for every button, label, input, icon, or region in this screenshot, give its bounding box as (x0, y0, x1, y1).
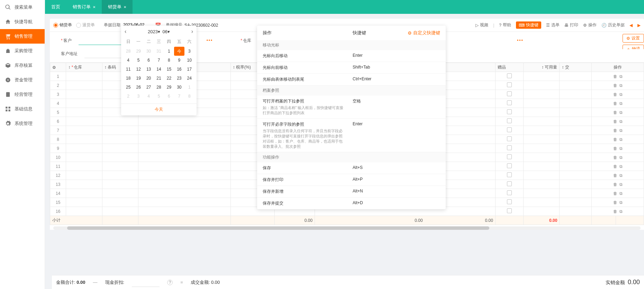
cal-day[interactable]: 20 (144, 74, 154, 83)
col-delivery[interactable]: ↕ 交 (560, 63, 592, 72)
cal-day[interactable]: 10 (184, 56, 194, 65)
cal-day[interactable]: 25 (123, 83, 133, 92)
gift-checkbox[interactable] (507, 154, 512, 159)
cal-day[interactable]: 24 (184, 74, 194, 83)
copy-icon[interactable]: ⧉ (619, 164, 623, 169)
h-scrollbar[interactable] (53, 226, 641, 230)
radio-sale[interactable]: 销货单 (53, 22, 72, 28)
cal-day[interactable]: 13 (144, 65, 154, 74)
gift-checkbox[interactable] (507, 199, 512, 204)
copy-icon[interactable]: ⧉ (619, 110, 623, 115)
cal-day[interactable]: 8 (184, 92, 194, 101)
cal-month[interactable]: 06▾ (163, 29, 170, 34)
delete-icon[interactable]: 🗑 (613, 200, 617, 205)
cal-day[interactable]: 2 (123, 92, 133, 101)
copy-icon[interactable]: ⧉ (619, 146, 623, 151)
cal-day[interactable]: 14 (154, 65, 164, 74)
cal-day[interactable]: 3 (184, 47, 194, 56)
sidebar-item-business[interactable]: 经营管理 (0, 87, 45, 102)
cal-day[interactable]: 5 (133, 56, 143, 65)
cal-day[interactable]: 26 (133, 83, 143, 92)
sidebar-item-inventory[interactable]: 库存核算 (0, 58, 45, 73)
form-more[interactable]: ••• (517, 38, 524, 43)
cal-day[interactable]: 1 (184, 83, 194, 92)
sidebar-item-sales[interactable]: 销售管理 (0, 29, 45, 44)
cal-year[interactable]: 2023▾ (148, 29, 160, 34)
cal-prev[interactable]: ‹ (125, 28, 126, 35)
cal-day[interactable]: 17 (184, 65, 194, 74)
cal-day[interactable]: 21 (154, 74, 164, 83)
copy-icon[interactable]: ⧉ (619, 182, 623, 187)
gift-checkbox[interactable] (507, 145, 512, 150)
col-gear[interactable]: ⚙ (50, 63, 66, 72)
cal-day[interactable]: 11 (123, 65, 133, 74)
custom-shortcut-link[interactable]: ⚙自定义快捷键 (408, 30, 440, 36)
gift-checkbox[interactable] (507, 181, 512, 186)
tab-home[interactable]: 首页 (45, 0, 66, 14)
sidebar-item-quicknav[interactable]: 快捷导航 (0, 15, 45, 29)
copy-icon[interactable]: ⧉ (619, 119, 623, 124)
tool-shortcut[interactable]: ⌨快捷键 (516, 21, 541, 29)
cal-day[interactable]: 28 (154, 83, 164, 92)
gift-checkbox[interactable] (507, 82, 512, 87)
gift-checkbox[interactable] (507, 208, 512, 213)
tool-nav-prev[interactable]: ◀ (629, 23, 633, 28)
col-available[interactable]: ↕ 可用量 (524, 63, 560, 72)
gift-checkbox[interactable] (507, 109, 512, 114)
gift-checkbox[interactable] (507, 136, 512, 141)
cal-day[interactable]: 7 (174, 92, 184, 101)
sidebar-item-finance[interactable]: ￥资金管理 (0, 73, 45, 87)
gift-checkbox[interactable] (507, 91, 512, 96)
delete-icon[interactable]: 🗑 (613, 191, 617, 196)
delete-icon[interactable]: 🗑 (613, 137, 617, 142)
cal-day[interactable]: 8 (164, 56, 174, 65)
cal-day[interactable]: 4 (144, 92, 154, 101)
gift-checkbox[interactable] (507, 127, 512, 132)
tool-select[interactable]: ☰选单 (546, 22, 560, 28)
cal-day[interactable]: 16 (174, 65, 184, 74)
cal-day[interactable]: 19 (133, 74, 143, 83)
gift-checkbox[interactable] (507, 73, 512, 78)
delete-icon[interactable]: 🗑 (613, 146, 617, 151)
delete-icon[interactable]: 🗑 (613, 155, 617, 160)
copy-icon[interactable]: ⧉ (619, 83, 623, 88)
cal-day[interactable]: 28 (123, 47, 133, 56)
tab-sales-doc[interactable]: 销货单✕ (102, 0, 133, 14)
delete-icon[interactable]: 🗑 (613, 119, 617, 124)
col-warehouse[interactable]: ↕ *仓库 (66, 63, 102, 72)
cal-next[interactable]: › (191, 28, 193, 35)
gift-checkbox[interactable] (507, 190, 512, 195)
tool-nav-next[interactable]: ▶ (637, 23, 641, 28)
gift-checkbox[interactable] (507, 100, 512, 105)
cal-day[interactable]: 30 (144, 47, 154, 56)
gift-checkbox[interactable] (507, 172, 512, 177)
copy-icon[interactable]: ⧉ (619, 137, 623, 142)
delete-icon[interactable]: 🗑 (613, 128, 617, 133)
sidebar-item-system[interactable]: 系统管理 (0, 116, 45, 131)
cal-day[interactable]: 29 (164, 83, 174, 92)
delete-icon[interactable]: 🗑 (613, 92, 617, 97)
cal-day[interactable]: 30 (174, 83, 184, 92)
tab-sales-order[interactable]: 销售订单✕ (66, 0, 102, 14)
cal-day[interactable]: 27 (144, 83, 154, 92)
delete-icon[interactable]: 🗑 (613, 101, 617, 106)
settings-button[interactable]: ⚙设置 (623, 34, 644, 43)
cal-day[interactable]: 6 (164, 92, 174, 101)
cal-day[interactable]: 6 (144, 56, 154, 65)
close-icon[interactable]: ✕ (124, 5, 126, 9)
cal-day[interactable]: 5 (154, 92, 164, 101)
copy-icon[interactable]: ⧉ (619, 92, 623, 97)
tool-video[interactable]: ▷视频 (475, 22, 488, 28)
cal-day[interactable]: 9 (174, 56, 184, 65)
copy-icon[interactable]: ⧉ (619, 74, 623, 79)
sidebar-item-purchase[interactable]: 采购管理 (0, 44, 45, 58)
delete-icon[interactable]: 🗑 (613, 209, 617, 214)
cal-today-button[interactable]: 今天 (121, 103, 197, 115)
tool-history[interactable]: 🕘历史单据 (601, 22, 625, 28)
radio-return[interactable]: 退货单 (76, 22, 95, 28)
copy-icon[interactable]: ⧉ (619, 128, 623, 133)
delete-icon[interactable]: 🗑 (613, 74, 617, 79)
copy-icon[interactable]: ⧉ (619, 200, 623, 205)
delete-icon[interactable]: 🗑 (613, 182, 617, 187)
tool-operate[interactable]: ⚙操作 (583, 22, 597, 28)
